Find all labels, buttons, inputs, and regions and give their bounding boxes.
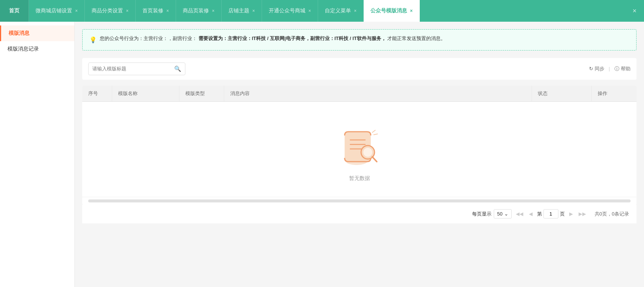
main-layout: 模版消息 模版消息记录 💡 您的公众号行业为：主营行业：，副营行业： 需要设置为… (0, 22, 644, 287)
current-page-input[interactable] (543, 209, 558, 219)
th-status: 状态 (532, 86, 592, 101)
pagination: 每页显示 50 ⌄ ◀◀ ◀ 第 页 ▶ ▶▶ 共0页，0条记录 (82, 205, 637, 223)
tab-theme[interactable]: 店铺主题 × (222, 0, 262, 22)
tab-custommenu[interactable]: 自定义菜单 × (318, 0, 364, 22)
last-page-button[interactable]: ▶▶ (577, 209, 587, 219)
toolbar: 🔍 ↻ 同步 | ⓘ 帮助 (82, 58, 637, 80)
search-wrap: 🔍 (88, 62, 185, 75)
search-input[interactable] (89, 63, 170, 74)
help-icon: ⓘ (614, 65, 619, 72)
page-nav: ◀◀ ◀ 第 页 ▶ ▶▶ (515, 209, 587, 219)
tab-theme-close[interactable]: × (252, 9, 255, 13)
scroll-bar-area (82, 197, 637, 205)
data-table: 序号 模版名称 模版类型 消息内容 状态 操作 (82, 86, 637, 205)
page-di-label: 第 (537, 211, 542, 217)
tab-category-label: 商品分类设置 (92, 7, 123, 14)
sidebar-item-template-log-label: 模版消息记录 (7, 46, 39, 52)
th-seq: 序号 (82, 86, 112, 101)
th-type: 模版类型 (179, 86, 224, 101)
search-icon: 🔍 (174, 65, 181, 72)
svg-line-7 (372, 130, 375, 132)
help-label: 帮助 (621, 65, 631, 72)
tab-productpage[interactable]: 商品页装修 × (176, 0, 222, 22)
prev-page-button[interactable]: ◀ (526, 209, 536, 219)
table-header: 序号 模版名称 模版类型 消息内容 状态 操作 (82, 86, 637, 102)
notice-prefix: 您的公众号行业为：主营行业：，副营行业： (100, 36, 197, 41)
notice-text: 您的公众号行业为：主营行业：，副营行业： 需要设置为：主营行业：IT科技 / 互… (100, 35, 446, 43)
th-action: 操作 (592, 86, 637, 101)
sync-button[interactable]: ↻ 同步 (589, 65, 604, 72)
tab-bar-close-all[interactable]: × (625, 7, 644, 15)
tab-weishop[interactable]: 微商城店铺设置 × (29, 0, 85, 22)
page-total: 共0页，0条记录 (595, 211, 629, 217)
tab-weishop-label: 微商城店铺设置 (36, 7, 72, 14)
help-button[interactable]: ⓘ 帮助 (614, 65, 631, 72)
empty-text: 暂无数据 (349, 175, 370, 182)
svg-point-5 (363, 148, 372, 157)
tab-theme-label: 店铺主题 (228, 7, 249, 14)
tab-custommenu-label: 自定义菜单 (325, 7, 351, 14)
page-size-wrap: 每页显示 50 ⌄ (472, 209, 511, 219)
notice-box: 💡 您的公众号行业为：主营行业：，副营行业： 需要设置为：主营行业：IT科技 /… (82, 29, 637, 51)
tab-home[interactable]: 首页 (0, 0, 29, 22)
tab-template-label: 公众号模版消息 (370, 7, 407, 14)
tab-productpage-close[interactable]: × (212, 9, 215, 13)
search-button[interactable]: 🔍 (170, 63, 185, 75)
chevron-down-icon: ⌄ (504, 211, 508, 217)
notice-suffix: 才能正常发送预置的消息。 (387, 36, 446, 41)
notice-highlight: 需要设置为：主营行业：IT科技 / 互联网|电子商务，副营行业：IT科技 / I… (198, 36, 386, 41)
sync-icon: ↻ (589, 66, 593, 71)
tab-homepage-close[interactable]: × (166, 9, 169, 13)
th-content: 消息内容 (224, 86, 532, 101)
horizontal-scrollbar[interactable] (88, 199, 631, 202)
tab-mall[interactable]: 开通公众号商城 × (262, 0, 318, 22)
next-page-button[interactable]: ▶ (566, 209, 576, 219)
th-name: 模版名称 (112, 86, 179, 101)
tab-template[interactable]: 公众号模版消息 × (364, 0, 420, 22)
bulb-icon: 💡 (89, 35, 97, 45)
tab-home-label: 首页 (9, 7, 19, 14)
page-size-select[interactable]: 50 ⌄ (494, 209, 511, 219)
sync-label: 同步 (595, 65, 604, 72)
first-page-button[interactable]: ◀◀ (515, 209, 524, 219)
svg-line-6 (372, 157, 377, 162)
tab-category[interactable]: 商品分类设置 × (85, 0, 136, 22)
tab-homepage-label: 首页装修 (142, 7, 163, 14)
tab-category-close[interactable]: × (126, 9, 129, 13)
toolbar-divider: | (609, 66, 610, 71)
tab-custommenu-close[interactable]: × (354, 9, 357, 13)
content-area: 💡 您的公众号行业为：主营行业：，副营行业： 需要设置为：主营行业：IT科技 /… (75, 22, 644, 287)
sidebar-item-template-msg-label: 模版消息 (9, 30, 30, 36)
tab-mall-close[interactable]: × (308, 9, 311, 13)
svg-line-8 (374, 134, 378, 135)
page-size-value: 50 (497, 211, 502, 217)
empty-illustration (337, 124, 382, 169)
tab-productpage-label: 商品页装修 (183, 7, 209, 14)
tab-homepage[interactable]: 首页装修 × (136, 0, 176, 22)
sidebar-item-template-log[interactable]: 模版消息记录 (0, 41, 74, 57)
toolbar-right: ↻ 同步 | ⓘ 帮助 (589, 65, 631, 72)
page-size-label: 每页显示 (472, 211, 492, 217)
tab-weishop-close[interactable]: × (75, 9, 78, 13)
empty-state: 暂无数据 (82, 102, 637, 197)
page-unit-label: 页 (560, 211, 565, 217)
sidebar-item-template-msg[interactable]: 模版消息 (0, 25, 74, 41)
tab-template-close[interactable]: × (410, 9, 413, 13)
tab-mall-label: 开通公众号商城 (269, 7, 305, 14)
sidebar: 模版消息 模版消息记录 (0, 22, 75, 287)
tab-bar: 首页 微商城店铺设置 × 商品分类设置 × 首页装修 × 商品页装修 × 店铺主… (0, 0, 644, 22)
